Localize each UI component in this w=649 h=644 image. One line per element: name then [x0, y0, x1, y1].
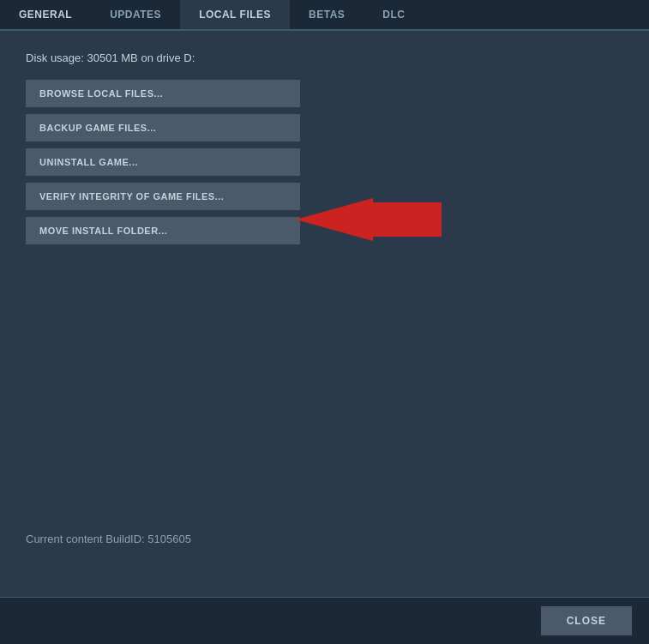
- svg-marker-0: [296, 198, 442, 241]
- arrow-annotation: [296, 198, 450, 267]
- tab-general[interactable]: GENERAL: [0, 0, 91, 29]
- tab-local-files[interactable]: LOCAL FILES: [180, 0, 290, 29]
- tab-bar: GENERAL UPDATES LOCAL FILES BETAS DLC: [0, 0, 649, 31]
- tab-dlc[interactable]: DLC: [364, 0, 424, 29]
- disk-usage-label: Disk usage: 30501 MB on drive D:: [26, 51, 623, 64]
- main-content: Disk usage: 30501 MB on drive D: BROWSE …: [0, 31, 649, 597]
- footer: CLOSE: [0, 597, 649, 644]
- verify-integrity-button[interactable]: VERIFY INTEGRITY OF GAME FILES...: [26, 183, 300, 210]
- build-id-label: Current content BuildID: 5105605: [26, 533, 191, 545]
- action-buttons-list: BROWSE LOCAL FILES... BACKUP GAME FILES.…: [26, 80, 300, 244]
- uninstall-game-button[interactable]: UNINSTALL GAME...: [26, 148, 300, 176]
- close-button[interactable]: CLOSE: [541, 606, 632, 635]
- tab-updates[interactable]: UPDATES: [91, 0, 180, 29]
- browse-local-files-button[interactable]: BROWSE LOCAL FILES...: [26, 80, 300, 107]
- tab-betas[interactable]: BETAS: [290, 0, 364, 29]
- steam-properties-window: GENERAL UPDATES LOCAL FILES BETAS DLC Di…: [0, 0, 649, 644]
- backup-game-files-button[interactable]: BACKUP GAME FILES...: [26, 114, 300, 141]
- move-install-folder-button[interactable]: MOVE INSTALL FOLDER...: [26, 217, 300, 244]
